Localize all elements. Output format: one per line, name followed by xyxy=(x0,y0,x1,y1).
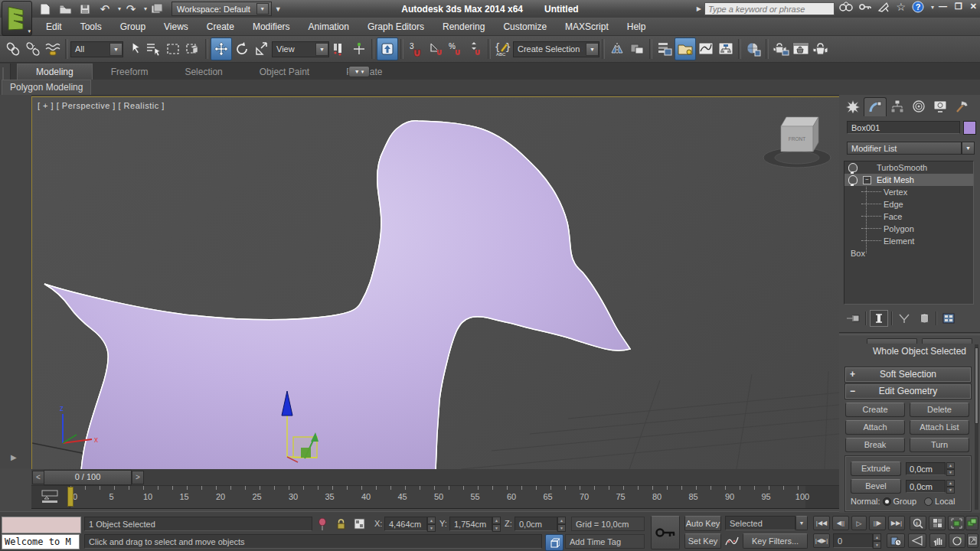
perspective-viewport[interactable]: z x FRONT [ + ] [ Perspective ] [ Realis… xyxy=(31,96,840,470)
stack-item-vertex[interactable]: Vertex xyxy=(844,186,973,198)
stack-item-edge[interactable]: Edge xyxy=(844,198,973,210)
help-flyout-arrow[interactable]: ▾ xyxy=(931,4,934,11)
tab-utilities[interactable] xyxy=(951,97,972,116)
menu-customize[interactable]: Customize xyxy=(494,19,556,34)
x-coord-field[interactable]: 4,464cm xyxy=(384,517,427,531)
extrude-spinner[interactable]: ▲▼ xyxy=(946,462,955,475)
search-binoculars-icon[interactable] xyxy=(839,2,853,12)
workspace-flyout-arrow[interactable]: ▼ xyxy=(275,5,282,13)
menu-maxscript[interactable]: MAXScript xyxy=(556,19,618,34)
editgeo-attach-list-button[interactable]: Attach List xyxy=(910,420,969,435)
curve-editor-button[interactable] xyxy=(696,38,716,60)
timeline-playhead[interactable] xyxy=(67,487,74,507)
tab-create[interactable] xyxy=(842,97,864,116)
zoom-extents-button[interactable] xyxy=(948,516,965,530)
time-tag-cube-icon[interactable] xyxy=(545,534,564,551)
redo-flyout-arrow[interactable]: ▾ xyxy=(144,5,147,12)
menu-animation[interactable]: Animation xyxy=(299,19,358,34)
zoom-tool-button[interactable]: ± xyxy=(910,516,926,530)
stack-item-turbosmooth[interactable]: TurboSmooth xyxy=(844,161,973,174)
menu-rendering[interactable]: Rendering xyxy=(433,19,494,34)
stack-item-element[interactable]: Element xyxy=(844,235,973,247)
menu-group[interactable]: Group xyxy=(111,19,155,34)
select-object-button[interactable] xyxy=(123,38,143,60)
stack-item-box[interactable]: Box xyxy=(844,247,973,259)
next-frame-step-button[interactable]: ||▶ xyxy=(869,516,886,530)
modifier-list-dropdown[interactable]: Modifier List xyxy=(847,142,962,155)
minimize-button[interactable]: — xyxy=(939,2,947,11)
object-name-field[interactable]: Box001 xyxy=(847,121,960,134)
new-file-button[interactable] xyxy=(37,2,54,16)
extrude-button[interactable]: Extrude xyxy=(851,461,901,476)
viewcube[interactable]: FRONT xyxy=(763,117,831,168)
graphite-modeling-ribbon-toggle[interactable] xyxy=(675,37,696,60)
select-and-move-button[interactable] xyxy=(211,37,232,60)
menu-tools[interactable]: Tools xyxy=(71,19,111,34)
restore-button[interactable]: ❐ xyxy=(955,2,962,11)
menu-graph-editors[interactable]: Graph Editors xyxy=(358,19,433,34)
key-scope-arrow-icon[interactable]: ▼ xyxy=(795,516,808,530)
ribbon-tab-object-paint[interactable]: Object Paint xyxy=(241,64,328,80)
expand-tray-arrow-icon[interactable]: ▶ xyxy=(11,453,17,461)
edit-named-selection-sets-button[interactable]: {}ABC xyxy=(493,38,513,60)
select-and-link-button[interactable] xyxy=(3,38,23,60)
stack-expand-toggle-icon[interactable]: − xyxy=(863,176,871,184)
rectangular-selection-region-button[interactable] xyxy=(163,38,183,60)
pan-view-button[interactable] xyxy=(929,533,946,548)
use-pivot-point-center-button[interactable] xyxy=(329,38,349,60)
current-frame-spinner[interactable]: ▲▼ xyxy=(873,533,881,548)
editgeo-delete-button[interactable]: Delete xyxy=(910,403,969,417)
zoom-extents-all-button[interactable] xyxy=(965,516,978,530)
favorites-star-icon[interactable]: ☆ xyxy=(896,1,906,13)
next-frame-button[interactable]: > xyxy=(132,471,144,484)
normal-local-radio[interactable] xyxy=(924,497,933,506)
key-mode-toggle-button[interactable]: |◀▶| xyxy=(813,533,830,548)
modifier-visibility-bulb-icon[interactable] xyxy=(848,163,858,172)
field-of-view-button[interactable] xyxy=(908,533,926,548)
maxscript-mini-listener[interactable] xyxy=(2,517,81,533)
menu-modifiers[interactable]: Modifiers xyxy=(243,19,299,34)
angle-snap-toggle-button[interactable] xyxy=(426,38,446,60)
z-coord-field[interactable]: 0,0cm xyxy=(514,517,557,531)
mirror-button[interactable] xyxy=(607,38,627,60)
stack-item-edit-mesh[interactable]: −Edit Mesh xyxy=(844,174,973,186)
extrude-amount-field[interactable]: 0,0cm xyxy=(906,462,946,475)
set-key-button[interactable]: Set Key xyxy=(684,533,721,549)
maxscript-listener-line[interactable]: Welcome to M xyxy=(2,534,80,549)
y-coord-field[interactable]: 1,754cm xyxy=(449,517,492,531)
timeline-frames[interactable]: 0510152025303540455055606570758085909510… xyxy=(70,486,805,508)
menu-create[interactable]: Create xyxy=(198,19,243,34)
show-end-result-button[interactable] xyxy=(870,310,888,327)
stack-item-polygon[interactable]: Polygon xyxy=(844,223,973,235)
percent-snap-toggle-button[interactable]: % xyxy=(446,38,466,60)
time-slider-track[interactable]: < 0 / 100 > xyxy=(31,469,839,486)
help-icon[interactable]: ? xyxy=(912,1,925,13)
editgeo-turn-button[interactable]: Turn xyxy=(910,438,969,452)
ribbon-tab-modeling[interactable]: Modeling xyxy=(17,64,93,80)
previous-frame-button[interactable]: < xyxy=(32,471,44,484)
save-file-button[interactable] xyxy=(77,2,93,16)
keyword-search-input[interactable] xyxy=(704,2,835,15)
spinner-snap-toggle-button[interactable] xyxy=(466,38,485,60)
x-coord-spinner[interactable]: ▲▼ xyxy=(427,517,436,531)
unlink-selection-button[interactable] xyxy=(23,38,43,60)
pin-stack-button[interactable] xyxy=(845,311,862,326)
communication-center-icon[interactable] xyxy=(877,2,890,12)
selection-filter-dropdown[interactable]: All ▼ xyxy=(70,41,123,57)
default-tangent-curve-icon[interactable] xyxy=(724,533,740,549)
object-color-swatch[interactable] xyxy=(963,121,976,135)
y-coord-spinner[interactable]: ▲▼ xyxy=(492,517,501,531)
undo-flyout-arrow[interactable]: ▾ xyxy=(118,5,121,12)
open-mini-curve-editor-button[interactable] xyxy=(39,489,60,504)
zoom-all-button[interactable] xyxy=(929,516,946,530)
tab-display[interactable] xyxy=(929,97,951,116)
selection-filter-arrow-icon[interactable]: ▼ xyxy=(109,43,122,56)
snaps-toggle-3d-button[interactable]: 3 xyxy=(406,38,426,60)
duck-model-mesh[interactable] xyxy=(44,121,630,469)
named-selection-sets-dropdown[interactable]: Create Selection Se ▼ xyxy=(513,41,599,57)
track-bar[interactable]: 0510152025303540455055606570758085909510… xyxy=(31,486,839,509)
workspace-dropdown-arrow-icon[interactable]: ▼ xyxy=(256,3,269,15)
set-keys-button[interactable] xyxy=(651,516,680,549)
editgeo-create-button[interactable]: Create xyxy=(845,403,905,417)
key-filters-button[interactable]: Key Filters... xyxy=(743,533,808,549)
